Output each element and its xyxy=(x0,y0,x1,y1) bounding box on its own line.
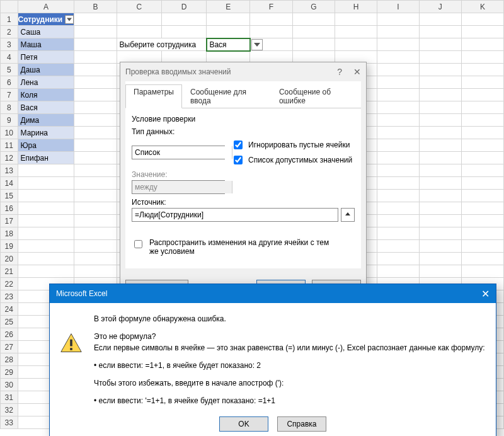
cell-B15[interactable] xyxy=(74,190,117,202)
cell-J14[interactable] xyxy=(419,177,461,190)
row-header-1[interactable]: 1 xyxy=(1,13,18,26)
cell-B16[interactable] xyxy=(74,202,117,215)
row-header-30[interactable]: 30 xyxy=(1,379,18,391)
cell-B12[interactable] xyxy=(74,152,117,164)
row-header-26[interactable]: 26 xyxy=(1,328,18,341)
tab-error-alert[interactable]: Сообщение об ошибке xyxy=(271,84,361,108)
type-combo[interactable] xyxy=(132,146,225,159)
tab-input-message[interactable]: Сообщение для ввода xyxy=(182,84,271,108)
row-header-11[interactable]: 11 xyxy=(1,139,18,152)
cell-I20[interactable] xyxy=(377,253,420,265)
col-header-J[interactable]: J xyxy=(419,1,461,13)
error-help-button[interactable]: Справка xyxy=(277,416,326,432)
cell-B3[interactable] xyxy=(74,38,117,51)
row-header-16[interactable]: 16 xyxy=(1,202,18,215)
cell-J4[interactable] xyxy=(419,51,461,64)
cell-A13[interactable] xyxy=(18,164,74,177)
cell-A17[interactable] xyxy=(18,215,74,227)
cell-K8[interactable] xyxy=(461,101,503,114)
cell-K3[interactable] xyxy=(461,38,503,51)
cell-B4[interactable] xyxy=(74,51,117,64)
col-header-A[interactable]: A xyxy=(18,1,74,13)
row-header-2[interactable]: 2 xyxy=(1,26,18,38)
cell-dropdown-icon[interactable] xyxy=(251,39,263,50)
cell-B21[interactable] xyxy=(74,265,117,278)
row-header-18[interactable]: 18 xyxy=(1,227,18,240)
col-header-C[interactable]: C xyxy=(117,1,161,13)
cell-I8[interactable] xyxy=(377,101,420,114)
cell-J2[interactable] xyxy=(419,26,461,38)
row-header-9[interactable]: 9 xyxy=(1,114,18,127)
cell-A5[interactable]: Даша xyxy=(18,64,74,76)
cell-C2[interactable] xyxy=(117,26,161,38)
cell-K12[interactable] xyxy=(461,152,503,164)
cell-B8[interactable] xyxy=(74,101,117,114)
cell-K7[interactable] xyxy=(461,89,503,101)
cell-J5[interactable] xyxy=(419,64,461,76)
dialog-titlebar[interactable]: Проверка вводимых значений ? ✕ xyxy=(120,62,366,81)
row-header-24[interactable]: 24 xyxy=(1,303,18,316)
row-header-3[interactable]: 3 xyxy=(1,38,18,51)
cell-F2[interactable] xyxy=(250,26,292,38)
row-header-21[interactable]: 21 xyxy=(1,265,18,278)
cell-A21[interactable] xyxy=(18,265,74,278)
cell-J21[interactable] xyxy=(419,265,461,278)
cell-J6[interactable] xyxy=(419,76,461,89)
cell-B13[interactable] xyxy=(74,164,117,177)
cell-H2[interactable] xyxy=(335,26,377,38)
cell-K9[interactable] xyxy=(461,114,503,127)
type-combo-input[interactable] xyxy=(132,146,232,159)
incell-dropdown-checkbox[interactable]: Список допустимых значений xyxy=(231,154,352,166)
cell-C3[interactable]: Выберите сотрудника xyxy=(117,38,207,51)
cell-K20[interactable] xyxy=(461,253,503,265)
range-picker-icon[interactable] xyxy=(341,208,355,222)
cell-J10[interactable] xyxy=(419,127,461,139)
row-header-17[interactable]: 17 xyxy=(1,215,18,227)
incell-dropdown-input[interactable] xyxy=(234,156,243,164)
cell-D1[interactable] xyxy=(161,13,206,26)
cell-G2[interactable] xyxy=(292,26,335,38)
cell-I18[interactable] xyxy=(377,227,420,240)
cell-G3[interactable] xyxy=(292,38,335,51)
row-header-23[interactable]: 23 xyxy=(1,290,18,303)
cell-B19[interactable] xyxy=(74,240,117,253)
cell-I10[interactable] xyxy=(377,127,420,139)
row-header-6[interactable]: 6 xyxy=(1,76,18,89)
cell-I6[interactable] xyxy=(377,76,420,89)
help-icon[interactable]: ? xyxy=(337,67,342,77)
row-header-8[interactable]: 8 xyxy=(1,101,18,114)
cell-A19[interactable] xyxy=(18,240,74,253)
ignore-blank-checkbox[interactable]: Игнорировать пустые ячейки xyxy=(231,139,352,151)
cell-I12[interactable] xyxy=(377,152,420,164)
cell-H1[interactable] xyxy=(335,13,377,26)
cell-J7[interactable] xyxy=(419,89,461,101)
cell-B14[interactable] xyxy=(74,177,117,190)
row-header-22[interactable]: 22 xyxy=(1,278,18,290)
row-header-29[interactable]: 29 xyxy=(1,366,18,379)
cell-I2[interactable] xyxy=(377,26,420,38)
source-input[interactable] xyxy=(132,208,338,222)
cell-K2[interactable] xyxy=(461,26,503,38)
cell-A15[interactable] xyxy=(18,190,74,202)
cell-K21[interactable] xyxy=(461,265,503,278)
cell-B17[interactable] xyxy=(74,215,117,227)
cell-I4[interactable] xyxy=(377,51,420,64)
cell-B7[interactable] xyxy=(74,89,117,101)
col-header-I[interactable]: I xyxy=(377,1,420,13)
close-icon[interactable]: ✕ xyxy=(481,288,490,300)
cell-J18[interactable] xyxy=(419,227,461,240)
cell-J8[interactable] xyxy=(419,101,461,114)
cell-E1[interactable] xyxy=(207,13,250,26)
error-titlebar[interactable]: Microsoft Excel ✕ xyxy=(50,284,496,303)
select-all-corner[interactable] xyxy=(1,1,18,13)
cell-K10[interactable] xyxy=(461,127,503,139)
col-header-G[interactable]: G xyxy=(292,1,335,13)
cell-B18[interactable] xyxy=(74,227,117,240)
cell-I3[interactable] xyxy=(377,38,420,51)
cell-A16[interactable] xyxy=(18,202,74,215)
tab-parameters[interactable]: Параметры xyxy=(125,84,182,108)
cell-A18[interactable] xyxy=(18,227,74,240)
cell-K13[interactable] xyxy=(461,164,503,177)
cell-B10[interactable] xyxy=(74,127,117,139)
cell-F1[interactable] xyxy=(250,13,292,26)
